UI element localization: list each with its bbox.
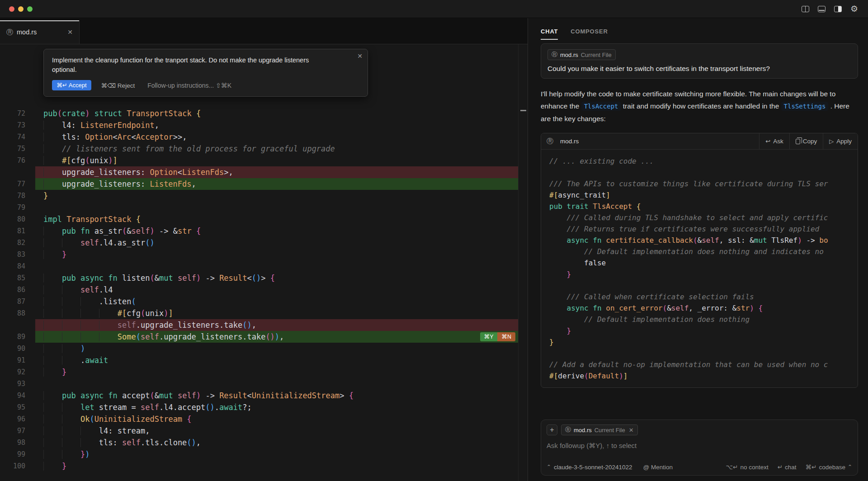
followup-instructions[interactable]: Follow-up instructions... ⇧⌘K: [147, 82, 231, 89]
close-window-button[interactable]: [9, 6, 14, 12]
accept-diff-badge[interactable]: ⌘Y: [480, 332, 498, 341]
context-chip[interactable]: Ⓡ mod.rs Current File ✕: [561, 424, 638, 435]
indent-guide: [43, 368, 62, 377]
line-number: 88: [0, 307, 35, 319]
scrollbar-mark: [520, 110, 526, 111]
code-block-header: Ⓡ mod.rs ↩ Ask Copy: [541, 133, 858, 150]
indent-guide: [62, 285, 80, 294]
code-line: 91 .await: [0, 354, 518, 366]
no-context-keys: ⌥↵: [726, 463, 738, 471]
indent-guide: [43, 462, 62, 471]
copy-button[interactable]: Copy: [789, 133, 823, 149]
indent-guide: [62, 426, 80, 435]
diff-added-line: 77 upgrade_listeners: ListenFds,: [0, 178, 518, 190]
tab-composer[interactable]: COMPOSER: [571, 28, 608, 40]
indent-guide: [43, 132, 62, 141]
chat-submit-hint[interactable]: ↵ chat: [778, 463, 797, 471]
inline-edit-prompt: ✕ Implement the cleanup function for the…: [43, 49, 368, 97]
line-number: 96: [0, 413, 35, 425]
diff-removed-line: self.upgrade_listeners.take(),: [0, 319, 518, 331]
indent-guide: [43, 403, 62, 412]
line-number: 83: [0, 249, 35, 260]
reject-diff-badge[interactable]: ⌘N: [497, 332, 515, 341]
code-line: 83 }: [0, 249, 518, 260]
editor-scrollbar[interactable]: [518, 44, 528, 481]
code-line: 93: [0, 378, 518, 390]
inline-code-reference[interactable]: TlsSettings: [781, 102, 829, 111]
chat-input[interactable]: + Ⓡ mod.rs Current File ✕ Ask followup (…: [541, 420, 858, 476]
ask-icon: ↩: [765, 138, 770, 145]
indent-guide: [80, 321, 99, 330]
code-line: 90 ): [0, 343, 518, 354]
line-number: [0, 319, 35, 331]
add-context-button[interactable]: +: [547, 424, 557, 435]
maximize-window-button[interactable]: [27, 6, 33, 12]
user-message-text: Could you make it easier to switch certi…: [547, 65, 851, 73]
indent-guide: [62, 356, 80, 365]
panel-right-icon[interactable]: [834, 6, 842, 12]
tab-close-icon[interactable]: ✕: [67, 28, 73, 36]
chat-keys: ↵: [778, 463, 783, 471]
ask-button[interactable]: ↩ Ask: [759, 133, 789, 149]
apply-label: Apply: [836, 138, 852, 145]
code-line: 73 l4: ListenerEndpoint,: [0, 119, 518, 131]
code-area[interactable]: 72pub(crate) struct TransportStack {73 l…: [0, 108, 518, 472]
inline-code-reference[interactable]: TlsAccept: [581, 102, 621, 111]
line-number: 90: [0, 343, 35, 354]
indent-guide: [99, 309, 118, 318]
reject-button[interactable]: ⌘⌫ Reject: [101, 82, 135, 89]
tab-chat[interactable]: CHAT: [541, 28, 558, 40]
rust-file-icon: Ⓡ: [565, 426, 571, 434]
editor-pane: Ⓡ mod.rs ✕ ✕ Implement the cleanup funct…: [0, 18, 528, 481]
code-line: 100 }: [0, 460, 518, 472]
mention-button[interactable]: @ Mention: [643, 464, 672, 471]
code-block-line: /// Called during TLS handshake to selec…: [549, 212, 858, 223]
line-number: 84: [0, 260, 35, 272]
code-line: 80impl TransportStack {: [0, 213, 518, 225]
prompt-close-icon[interactable]: ✕: [357, 52, 363, 60]
code-line: 96 Ok(UninitializedStream {: [0, 413, 518, 425]
codebase-submit-hint[interactable]: ⌘↵ codebase ⌃: [806, 463, 852, 471]
settings-gear-icon[interactable]: ⚙: [850, 5, 858, 13]
indent-guide: [43, 250, 62, 259]
split-editor-icon[interactable]: [802, 6, 809, 12]
code-line: 97 l4: stream,: [0, 425, 518, 437]
chat-input-placeholder[interactable]: Ask followup (⌘Y), ↑ to select: [547, 442, 852, 450]
line-number: 73: [0, 119, 35, 131]
apply-button[interactable]: ▷ Apply: [823, 133, 858, 149]
model-selector[interactable]: claude-3-5-sonnet-20241022: [554, 464, 632, 471]
indent-guide: [43, 450, 62, 459]
indent-guide: [43, 426, 62, 435]
code-block-line: // ... existing code ...: [549, 156, 858, 167]
code-block-line: // Default implementation does nothing: [549, 314, 858, 325]
code-line: 95 let stream = self.l4.accept().await?;: [0, 401, 518, 413]
indent-guide: [80, 332, 99, 341]
code-line: 88 #[cfg(unix)]: [0, 307, 518, 319]
code-line: 84: [0, 260, 518, 272]
code-line: 74 tls: Option<Arc<Acceptor>>,: [0, 131, 518, 143]
submit-hints: ⌥↵ no context ↵ chat ⌘↵ codebase ⌃: [726, 463, 852, 471]
indent-guide: [43, 179, 62, 189]
indent-guide: [62, 297, 80, 306]
accept-button[interactable]: ⌘↵ Accept: [52, 80, 91, 90]
minimize-window-button[interactable]: [18, 6, 24, 12]
codebase-label: codebase: [819, 464, 845, 471]
code-line: 79: [0, 202, 518, 213]
line-number: 79: [0, 202, 35, 213]
indent-guide: [62, 450, 80, 459]
context-chip[interactable]: Ⓡ mod.rs Current File: [547, 49, 616, 60]
tab-mod-rs[interactable]: Ⓡ mod.rs ✕: [0, 20, 80, 44]
chat-code-block: Ⓡ mod.rs ↩ Ask Copy: [541, 133, 858, 388]
code-block-line: #[async_trait]: [549, 189, 858, 201]
line-number: 85: [0, 272, 35, 284]
codebase-keys: ⌘↵: [806, 463, 817, 471]
code-block-line: /// Called when certificate selection fa…: [549, 291, 858, 302]
code-block-line: [549, 167, 858, 178]
indent-guide: [43, 274, 62, 283]
line-number: 97: [0, 425, 35, 437]
chip-close-icon[interactable]: ✕: [629, 427, 634, 434]
no-context-hint[interactable]: ⌥↵ no context: [726, 463, 769, 471]
prompt-actions: ⌘↵ Accept ⌘⌫ Reject Follow-up instructio…: [52, 80, 359, 90]
line-number: 89: [0, 331, 35, 343]
panel-bottom-icon[interactable]: [818, 6, 826, 12]
